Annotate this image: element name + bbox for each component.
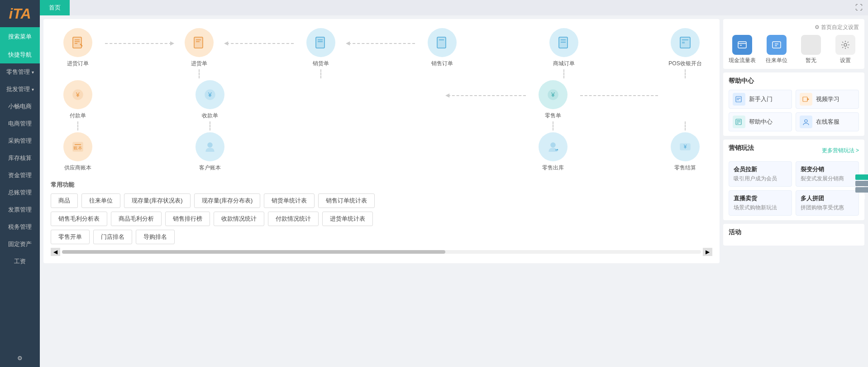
marketing-item-live[interactable]: 直播卖货 场景式购物新玩法 bbox=[729, 190, 792, 216]
flow-row-2: ¥ 付款单 ¥ 收款单 bbox=[51, 80, 712, 120]
flow-node-retail-outbound[interactable]: 零售出库 bbox=[526, 132, 580, 172]
activity-title: 活动 bbox=[729, 228, 859, 237]
marketing-item-member[interactable]: 会员拉新 吸引用户成为会员 bbox=[729, 161, 792, 187]
svg-rect-5 bbox=[194, 37, 203, 48]
sidebar-nav-highlight[interactable]: 快捷导航 bbox=[0, 46, 40, 63]
scroll-track[interactable] bbox=[62, 250, 701, 254]
marketing-card: 营销玩法 更多营销玩法 > 会员拉新 吸引用户成为会员 裂变分销 裂变式发展分销… bbox=[723, 140, 864, 220]
cf-btn-salesorder-stat[interactable]: 销售订单统计表 bbox=[318, 193, 375, 208]
help-item-service[interactable]: 在线客服 bbox=[796, 112, 859, 131]
tab-home[interactable]: 首页 bbox=[40, 0, 70, 15]
flow-label: POS收银开台 bbox=[668, 60, 701, 68]
flow-node-purchase[interactable]: 进货单 bbox=[172, 28, 226, 68]
cf-btn-sales-rank[interactable]: 销售排行榜 bbox=[165, 212, 210, 226]
cf-btn-goods-margin[interactable]: 商品毛利分析 bbox=[111, 212, 162, 226]
sidebar-item-general-ledger[interactable]: 总账管理 bbox=[0, 184, 40, 201]
cf-btn-stock-dist[interactable]: 现存量(库存分布表) bbox=[194, 193, 261, 208]
sidebar-item-label: 发票管理 bbox=[8, 206, 32, 214]
float-btn-desktop[interactable]: 桌面快捷 bbox=[855, 187, 868, 193]
sidebar-settings-btn[interactable]: ⚙ bbox=[0, 349, 40, 367]
cf-row-3: 零售开单 门店排名 导购排名 bbox=[51, 230, 712, 244]
flow-node-pos[interactable]: POS收银开台 bbox=[658, 28, 712, 68]
flow-row-1: 进货订单 ▶ 进货单 bbox=[51, 28, 712, 68]
flow-node-sale[interactable]: 销货单 bbox=[294, 28, 348, 68]
marketing-item-title: 会员拉新 bbox=[734, 165, 787, 174]
sidebar-item-label: 小畅电商 bbox=[8, 102, 32, 111]
cf-btn-partner[interactable]: 往来单位 bbox=[81, 193, 120, 208]
cf-btn-guide-rank[interactable]: 导购排名 bbox=[136, 230, 175, 244]
flow-node-customer-account[interactable]: 客户账本 bbox=[183, 132, 237, 172]
sidebar-item-finance[interactable]: 资金管理 bbox=[0, 167, 40, 184]
sidebar-item-invoice[interactable]: 发票管理 bbox=[0, 201, 40, 218]
workflow-card: 进货订单 ▶ 进货单 bbox=[43, 19, 720, 263]
help-item-helpcenter[interactable]: 帮助中心 bbox=[729, 112, 792, 131]
sidebar-item-ecommerce-small[interactable]: 小畅电商 bbox=[0, 98, 40, 115]
sidebar-item-payroll[interactable]: 工资 bbox=[0, 253, 40, 270]
marketing-item-group-buy[interactable]: 多人拼团 拼团购物享受优惠 bbox=[796, 190, 859, 216]
sidebar-item-label: 零售管理 bbox=[6, 68, 30, 76]
help-label: 新手入门 bbox=[749, 95, 773, 103]
flow-node-purchase-order[interactable]: 进货订单 bbox=[51, 28, 105, 68]
shortcuts-setting-btn[interactable]: ⚙ 首页自定义设置 bbox=[815, 24, 859, 31]
cf-btn-receipt-stat[interactable]: 收款情况统计 bbox=[214, 212, 264, 226]
sidebar-item-retail[interactable]: 零售管理 ▾ bbox=[0, 63, 40, 81]
float-btn-community[interactable]: 服务社区 bbox=[855, 181, 868, 186]
chevron-down-icon: ▾ bbox=[32, 70, 34, 75]
flow-node-payment[interactable]: ¥ 付款单 bbox=[51, 80, 105, 120]
cf-btn-store-rank[interactable]: 门店排名 bbox=[93, 230, 132, 244]
sidebar-search[interactable]: 搜索菜单 bbox=[0, 27, 40, 46]
shortcut-empty: 暂无 bbox=[797, 35, 825, 64]
flow-label: 进货单 bbox=[191, 60, 207, 68]
cf-btn-payment-stat[interactable]: 付款情况统计 bbox=[268, 212, 319, 226]
purchase-order-icon bbox=[63, 28, 92, 57]
sidebar-item-label: 税务管理 bbox=[8, 223, 32, 231]
marketing-item-title: 裂变分销 bbox=[801, 165, 854, 174]
shortcut-label: 往来单位 bbox=[766, 57, 787, 64]
retail-outbound-icon bbox=[539, 132, 568, 161]
flow-node-receipt[interactable]: ¥ 收款单 bbox=[183, 80, 237, 120]
sidebar-item-inventory[interactable]: 库存核算 bbox=[0, 150, 40, 167]
cashflow-icon bbox=[732, 35, 752, 55]
scroll-right-btn[interactable]: ▶ bbox=[703, 248, 712, 256]
sidebar-item-fixed-assets[interactable]: 固定资产 bbox=[0, 236, 40, 253]
sidebar-item-tax[interactable]: 税务管理 bbox=[0, 218, 40, 236]
flow-node-retail-settlement[interactable]: ¥ 零售结算 bbox=[658, 132, 712, 172]
cf-btn-sale-stat[interactable]: 销货单统计表 bbox=[264, 193, 315, 208]
shortcut-cashflow[interactable]: 现金流量表 bbox=[729, 35, 756, 64]
flow-node-sales-order[interactable]: 销售订单 bbox=[415, 28, 469, 68]
shortcut-settings[interactable]: 设置 bbox=[832, 35, 859, 64]
common-functions: 常用功能 商品 往来单位 现存量(库存状况表) 现存量(库存分布表) 销货单统计… bbox=[51, 181, 712, 256]
main-panel: 进货订单 ▶ 进货单 bbox=[40, 15, 723, 367]
help-card: 帮助中心 新手入门 视频学习 bbox=[723, 72, 864, 136]
flow-label: 进货订单 bbox=[67, 60, 89, 68]
float-btn-service[interactable]: 客服热线 bbox=[855, 174, 868, 180]
marketing-item-title: 多人拼团 bbox=[801, 194, 854, 203]
tab-bar-right: ⛶ bbox=[854, 0, 868, 15]
sidebar-item-label: 电商管理 bbox=[8, 120, 32, 128]
svg-text:¥: ¥ bbox=[208, 91, 212, 98]
fullscreen-icon[interactable]: ⛶ bbox=[854, 2, 864, 14]
cf-btn-goods[interactable]: 商品 bbox=[51, 193, 78, 208]
help-label: 视频学习 bbox=[816, 95, 839, 103]
help-item-video[interactable]: 视频学习 bbox=[796, 90, 859, 109]
marketing-item-fission[interactable]: 裂变分销 裂变式发展分销商 bbox=[796, 161, 859, 187]
logo: iTA bbox=[0, 0, 40, 27]
svg-text:账本: 账本 bbox=[73, 145, 82, 150]
flow-node-supplier-account[interactable]: 账本 供应商账本 bbox=[51, 132, 105, 172]
shortcut-partner[interactable]: 往来单位 bbox=[763, 35, 790, 64]
flow-node-mall-order[interactable]: 商城订单 bbox=[537, 28, 591, 68]
scroll-left-btn[interactable]: ◀ bbox=[51, 248, 60, 256]
cf-btn-retail-order[interactable]: 零售开单 bbox=[51, 230, 90, 244]
more-marketing-link[interactable]: 更多营销玩法 > bbox=[822, 147, 859, 155]
help-item-beginner[interactable]: 新手入门 bbox=[729, 90, 792, 109]
flow-node-retail[interactable]: ¥ 零售单 bbox=[526, 80, 580, 120]
payment-icon: ¥ bbox=[63, 80, 92, 109]
mall-order-icon bbox=[549, 28, 578, 57]
sidebar-item-purchase[interactable]: 采购管理 bbox=[0, 132, 40, 150]
cf-btn-sales-margin[interactable]: 销售毛利分析表 bbox=[51, 212, 107, 226]
sidebar-item-ecommerce[interactable]: 电商管理 bbox=[0, 115, 40, 132]
flow-label: 收款单 bbox=[202, 112, 218, 120]
sidebar-item-wholesale[interactable]: 批发管理 ▾ bbox=[0, 81, 40, 98]
cf-btn-stock-status[interactable]: 现存量(库存状况表) bbox=[124, 193, 191, 208]
cf-btn-purchase-stat[interactable]: 进货单统计表 bbox=[322, 212, 373, 226]
